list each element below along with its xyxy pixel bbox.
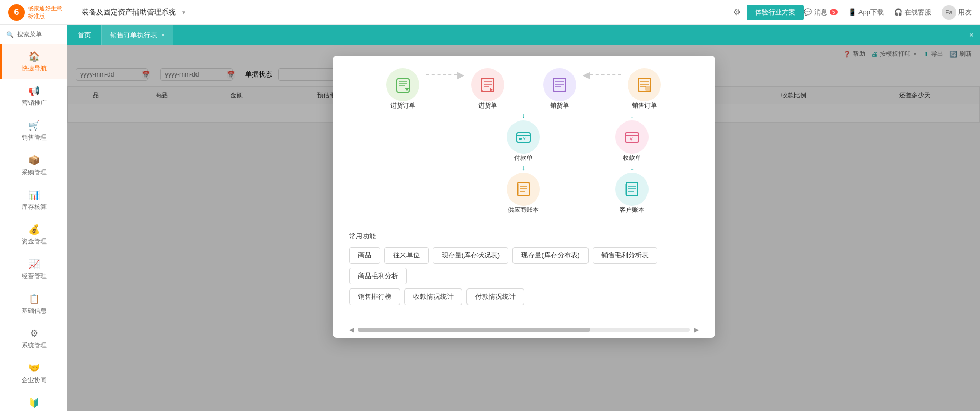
online-service-btn[interactable]: 🎧 在线客服: [894, 8, 931, 17]
payment-label: 付款单: [514, 154, 533, 162]
headset-icon: 🎧: [894, 8, 902, 16]
purchase-order-node[interactable]: [386, 68, 419, 101]
sales-order-node[interactable]: [628, 68, 661, 101]
search-menu[interactable]: 🔍 搜索菜单: [0, 25, 67, 44]
scroll-bar: ◀ ▶: [349, 326, 699, 333]
app-download-btn[interactable]: 📱 App下载: [848, 8, 884, 17]
common-section: 常用功能 商品 往来单位 现存量(库存状况表) 现存量(库存分布表) 销售毛利分…: [349, 223, 699, 305]
func-buttons-row-2: 销售排行榜 收款情况统计 付款情况统计: [349, 288, 699, 305]
modal-body: 进货订单 ▶: [333, 56, 715, 322]
sales-bill-label: 销货单: [550, 101, 569, 110]
receipt-label: 收款单: [623, 154, 641, 162]
flow-row-1: 进货订单 ▶: [349, 68, 699, 110]
user-btn[interactable]: Ea 用友: [942, 5, 972, 20]
logo-text: 畅康通好生意 标准版: [28, 5, 62, 20]
svg-rect-31: [625, 184, 627, 195]
modal-scrollbar: ◀ ▶: [333, 322, 715, 338]
sidebar-item-basic-info[interactable]: 📋 基础信息: [0, 287, 67, 322]
supplier-ledger-label: 供应商账本: [508, 206, 539, 215]
func-btn-sales-profit[interactable]: 销售毛利分析表: [593, 247, 657, 264]
scroll-right-arrow[interactable]: ▶: [694, 326, 699, 333]
header-right: 💬 消息 5 📱 App下载 🎧 在线客服 Ea 用友: [804, 5, 972, 20]
experience-btn[interactable]: 体验行业方案: [747, 5, 804, 20]
purchase-bill-node[interactable]: [471, 68, 504, 101]
marketing-icon: 📢: [28, 85, 40, 97]
dropdown-arrow-icon[interactable]: ▼: [181, 10, 186, 16]
tab-bar-close-btn[interactable]: ×: [969, 31, 974, 40]
page-content: ❓ 帮助 🖨 按模板打印 ▼ ⬆ 导出 🔄 刷新: [67, 45, 980, 411]
tab-home[interactable]: 首页: [67, 25, 102, 45]
flow-arrows-row: ↓ ↓: [349, 110, 699, 120]
main-layout: 🔍 搜索菜单 🏠 快捷导航 📢 营销推广 🛒 销售管理 📦 采购管理 📊 库存核…: [0, 25, 980, 411]
operation-icon: 📈: [28, 258, 40, 270]
flow-col-purchase-order: 进货订单: [380, 68, 427, 110]
modal: 进货订单 ▶: [333, 56, 715, 338]
flow-col-sales-bill: 销货单: [536, 68, 583, 110]
settings-icon[interactable]: ⚙: [733, 7, 741, 17]
sidebar: 🔍 搜索菜单 🏠 快捷导航 📢 营销推广 🛒 销售管理 📦 采购管理 📊 库存核…: [0, 25, 67, 411]
inventory-icon: 📊: [28, 189, 40, 201]
finance-icon: 💰: [28, 224, 40, 235]
payment-node[interactable]: ¥: [507, 120, 540, 154]
func-btn-goods[interactable]: 商品: [349, 247, 380, 264]
svg-rect-30: [626, 182, 638, 196]
func-btn-sales-rank[interactable]: 销售排行榜: [349, 288, 400, 305]
sidebar-item-inventory[interactable]: 📊 库存核算: [0, 183, 67, 218]
customer-ledger-node[interactable]: [615, 173, 649, 206]
flow-col-payment: ¥ 付款单: [488, 120, 559, 162]
sidebar-item-guide[interactable]: 🔰 新手引导: [0, 391, 67, 411]
svg-rect-9: [553, 78, 566, 92]
flow-col-customer-ledger: 客户账本: [597, 173, 667, 215]
svg-rect-26: [517, 184, 519, 195]
guide-icon: 🔰: [28, 397, 40, 408]
sales-icon: 🛒: [28, 120, 40, 131]
scroll-left-arrow[interactable]: ◀: [349, 326, 354, 333]
customer-ledger-label: 客户账本: [620, 206, 644, 215]
arrow-down-payment: ↓: [488, 162, 559, 173]
sales-bill-node[interactable]: [543, 68, 576, 101]
arrow-down-sales: ↓: [597, 110, 667, 120]
sidebar-item-corp[interactable]: 🤝 企业协同: [0, 356, 67, 391]
avatar: Ea: [942, 5, 956, 20]
func-btn-stock-dist[interactable]: 现存量(库存分布表): [512, 247, 589, 264]
sidebar-item-system[interactable]: ⚙ 系统管理: [0, 322, 67, 356]
tab-sales-order-exec[interactable]: 销售订单执行表 ×: [102, 25, 173, 45]
logo-icon: 6: [8, 4, 25, 21]
receipt-node[interactable]: ¥: [615, 120, 649, 154]
svg-text:¥: ¥: [629, 136, 633, 142]
func-btn-stock-status[interactable]: 现存量(库存状况表): [433, 247, 509, 264]
modal-overlay: 进货订单 ▶: [67, 45, 980, 411]
tab-bar: 首页 销售订单执行表 × ×: [67, 25, 980, 45]
flow-diagram: 进货订单 ▶: [349, 68, 699, 215]
func-btn-payment-stat[interactable]: 付款情况统计: [466, 288, 524, 305]
svg-rect-20: [519, 138, 522, 140]
corp-icon: 🤝: [28, 362, 40, 374]
message-btn[interactable]: 💬 消息 5: [804, 8, 838, 17]
scroll-track[interactable]: [358, 328, 690, 332]
sidebar-item-marketing[interactable]: 📢 营销推广: [0, 79, 67, 114]
supplier-ledger-node[interactable]: [507, 173, 540, 206]
sales-order-label: 销售订单: [632, 101, 657, 110]
purchase-bill-label: 进货单: [478, 101, 497, 110]
flow-col-purchase-bill: 进货单: [464, 68, 511, 110]
flow-col-sales-order: 销售订单: [621, 68, 668, 110]
func-btn-goods-profit[interactable]: 商品毛利分析: [349, 268, 407, 284]
sidebar-item-sales[interactable]: 🛒 销售管理: [0, 114, 67, 148]
flow-col-supplier-ledger: 供应商账本: [488, 173, 559, 215]
message-badge: 5: [830, 9, 838, 15]
top-header: 6 畅康通好生意 标准版 装备及固定资产辅助管理系统 ▼ ⚙ 体验行业方案 💬 …: [0, 0, 980, 25]
svg-rect-25: [518, 182, 529, 196]
func-btn-receipt-stat[interactable]: 收款情况统计: [404, 288, 462, 305]
sidebar-item-purchase[interactable]: 📦 采购管理: [0, 148, 67, 183]
sidebar-item-finance[interactable]: 💰 资金管理: [0, 218, 67, 252]
phone-icon: 📱: [848, 8, 856, 16]
tab-close-icon[interactable]: ×: [161, 32, 165, 39]
purchase-icon: 📦: [28, 155, 40, 166]
message-icon: 💬: [804, 8, 812, 16]
search-icon: 🔍: [6, 31, 14, 38]
func-btn-partners[interactable]: 往来单位: [384, 247, 429, 264]
sidebar-item-quick-nav[interactable]: 🏠 快捷导航: [0, 44, 67, 79]
common-section-title: 常用功能: [349, 232, 699, 241]
flow-row-3: 供应商账本 客户账本: [349, 173, 699, 215]
sidebar-item-operation[interactable]: 📈 经营管理: [0, 252, 67, 287]
